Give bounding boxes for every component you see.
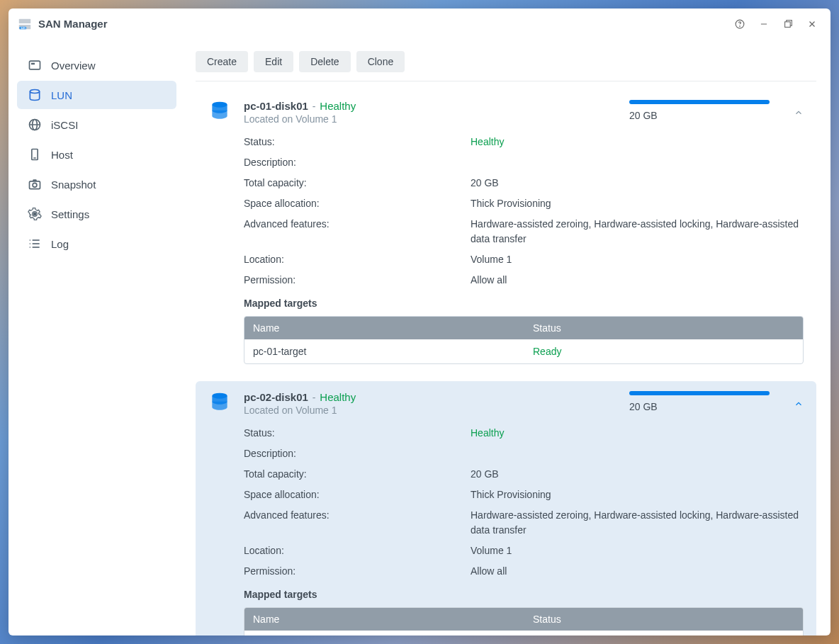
sidebar-item-lun[interactable]: LUN	[17, 81, 176, 109]
value-features: Hardware-assisted zeroing, Hardware-assi…	[471, 217, 804, 247]
col-name: Name	[244, 317, 524, 339]
value-description	[471, 446, 804, 461]
svg-point-21	[33, 213, 37, 216]
svg-point-13	[30, 90, 39, 94]
sidebar: Overview LUN iSCSI Host	[9, 40, 186, 635]
label-status: Status:	[244, 426, 471, 441]
value-description	[471, 155, 804, 170]
label-allocation: Space allocation:	[244, 196, 471, 211]
table-row[interactable]: pc-02-target Ready	[244, 631, 803, 635]
target-name: pc-02-target	[244, 631, 524, 635]
value-location: Volume 1	[471, 543, 804, 558]
sidebar-item-label: Host	[51, 149, 73, 161]
camera-icon	[27, 177, 43, 191]
label-description: Description:	[244, 155, 471, 170]
lun-health: Healthy	[320, 391, 356, 403]
app-title: SAN Manager	[38, 18, 108, 30]
lun-icon	[27, 88, 43, 102]
lun-header: pc-01-disk01 - Healthy Located on Volume…	[208, 100, 804, 125]
col-status: Status	[524, 608, 803, 631]
value-capacity: 20 GB	[471, 176, 804, 191]
overview-icon	[27, 58, 43, 72]
sidebar-item-label: LUN	[51, 89, 72, 101]
lun-size: 20 GB	[629, 110, 785, 121]
sidebar-item-log[interactable]: Log	[17, 230, 176, 258]
disk-icon	[208, 100, 234, 123]
main-content: Create Edit Delete Clone pc-01-disk01 - …	[186, 40, 830, 635]
app-icon: SAN	[17, 16, 33, 32]
table-row[interactable]: pc-01-target Ready	[244, 339, 803, 363]
value-permission: Allow all	[471, 564, 804, 579]
sidebar-item-overview[interactable]: Overview	[17, 51, 176, 79]
label-capacity: Total capacity:	[244, 176, 471, 191]
sidebar-item-host[interactable]: Host	[17, 140, 176, 169]
value-status: Healthy	[471, 135, 804, 149]
lun-location: Located on Volume 1	[244, 113, 629, 125]
host-icon	[27, 147, 43, 162]
sidebar-item-label: iSCSI	[51, 119, 78, 131]
svg-rect-8	[784, 22, 790, 28]
svg-text:SAN: SAN	[21, 26, 26, 29]
label-capacity: Total capacity:	[244, 467, 471, 482]
value-features: Hardware-assisted zeroing, Hardware-assi…	[471, 508, 804, 538]
svg-rect-0	[19, 18, 31, 23]
app-window: SAN SAN Manager Overview	[9, 9, 830, 635]
collapse-toggle[interactable]	[794, 108, 804, 118]
lun-location: Located on Volume 1	[244, 405, 629, 416]
clone-button[interactable]: Clone	[356, 51, 405, 72]
target-status: Ready	[524, 631, 803, 635]
log-icon	[27, 237, 43, 251]
sidebar-item-settings[interactable]: Settings	[17, 200, 176, 228]
sidebar-item-label: Snapshot	[51, 179, 96, 191]
value-allocation: Thick Provisioning	[471, 487, 804, 502]
minimize-button[interactable]	[754, 14, 774, 34]
close-button[interactable]	[802, 14, 822, 34]
value-permission: Allow all	[471, 273, 804, 288]
sidebar-item-label: Log	[51, 238, 69, 250]
collapse-toggle[interactable]	[794, 399, 804, 409]
titlebar: SAN SAN Manager	[9, 9, 830, 40]
sidebar-item-iscsi[interactable]: iSCSI	[17, 111, 176, 139]
globe-icon	[27, 118, 43, 132]
lun-item[interactable]: pc-02-disk01 - Healthy Located on Volume…	[196, 381, 816, 635]
value-capacity: 20 GB	[471, 467, 804, 482]
label-description: Description:	[244, 446, 471, 461]
value-status: Healthy	[471, 426, 804, 441]
lun-name: pc-02-disk01	[244, 391, 308, 403]
label-features: Advanced features:	[244, 217, 471, 247]
svg-point-20	[33, 183, 37, 187]
targets-table: Name Status pc-01-target Ready	[244, 316, 804, 364]
disk-icon	[208, 391, 234, 414]
usage-bar	[629, 391, 770, 395]
help-button[interactable]	[730, 14, 750, 34]
label-status: Status:	[244, 135, 471, 149]
label-location: Location:	[244, 252, 471, 267]
label-permission: Permission:	[244, 564, 471, 579]
targets-table: Name Status pc-02-target Ready	[244, 607, 804, 635]
label-location: Location:	[244, 543, 471, 558]
gear-icon	[27, 207, 43, 221]
svg-rect-11	[30, 61, 40, 69]
toolbar: Create Edit Delete Clone	[196, 51, 816, 81]
value-location: Volume 1	[471, 252, 804, 267]
sidebar-item-snapshot[interactable]: Snapshot	[17, 170, 176, 198]
maximize-button[interactable]	[778, 14, 798, 34]
target-name: pc-01-target	[244, 339, 524, 363]
lun-header: pc-02-disk01 - Healthy Located on Volume…	[208, 391, 804, 416]
label-permission: Permission:	[244, 273, 471, 288]
value-allocation: Thick Provisioning	[471, 196, 804, 211]
lun-health: Healthy	[320, 100, 356, 112]
svg-point-5	[740, 26, 741, 26]
create-button[interactable]: Create	[196, 51, 248, 72]
lun-size: 20 GB	[629, 401, 785, 412]
delete-button[interactable]: Delete	[299, 51, 350, 72]
usage-bar	[629, 100, 770, 104]
mapped-targets-heading: Mapped targets	[244, 589, 804, 600]
sidebar-item-label: Settings	[51, 208, 89, 220]
svg-rect-19	[30, 181, 40, 189]
svg-rect-12	[31, 63, 35, 65]
lun-name: pc-01-disk01	[244, 100, 308, 112]
sidebar-item-label: Overview	[51, 60, 96, 72]
edit-button[interactable]: Edit	[254, 51, 293, 72]
lun-item[interactable]: pc-01-disk01 - Healthy Located on Volume…	[196, 90, 816, 374]
